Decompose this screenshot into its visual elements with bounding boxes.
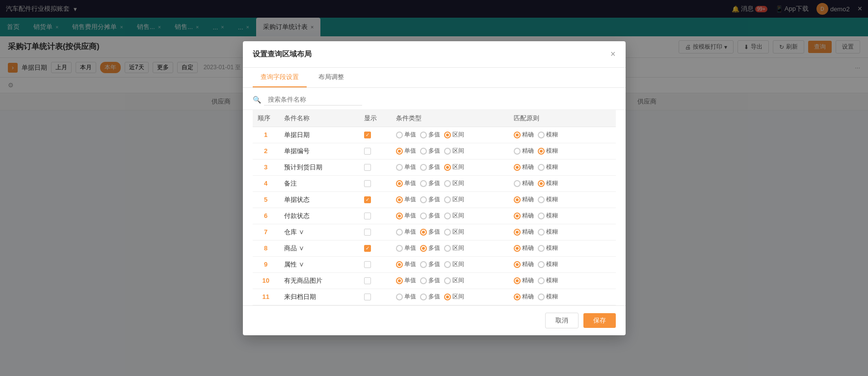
dialog-close-button[interactable]: × — [610, 49, 616, 59]
th-name: 条件名称 — [279, 110, 359, 111]
th-order: 顺序 — [253, 110, 279, 111]
modal-overlay: 设置查询区域布局 × 查询字段设置 布局调整 🔍 顺序 条件名称 — [0, 0, 868, 110]
conditions-table: 顺序 条件名称 显示 条件类型 匹配原则 1单据日期✓单值多值区间精确模糊2单据… — [253, 110, 616, 111]
search-icon: 🔍 — [253, 96, 261, 104]
dialog-tabs: 查询字段设置 布局调整 — [243, 68, 626, 88]
th-type: 条件类型 — [391, 110, 508, 111]
dialog-title: 设置查询区域布局 — [253, 50, 312, 59]
dialog-search-area: 🔍 — [243, 88, 626, 110]
dialog-table-wrap: 顺序 条件名称 显示 条件类型 匹配原则 1单据日期✓单值多值区间精确模糊2单据… — [243, 110, 626, 111]
dialog-header: 设置查询区域布局 × — [243, 41, 626, 68]
dialog-tab-layout[interactable]: 布局调整 — [311, 68, 352, 87]
search-input[interactable] — [264, 94, 362, 106]
table-header: 顺序 条件名称 显示 条件类型 匹配原则 — [253, 110, 616, 111]
th-show: 显示 — [359, 110, 391, 111]
th-match: 匹配原则 — [509, 110, 616, 111]
dialog-tab-fields[interactable]: 查询字段设置 — [253, 68, 307, 87]
settings-dialog: 设置查询区域布局 × 查询字段设置 布局调整 🔍 顺序 条件名称 — [243, 41, 626, 111]
